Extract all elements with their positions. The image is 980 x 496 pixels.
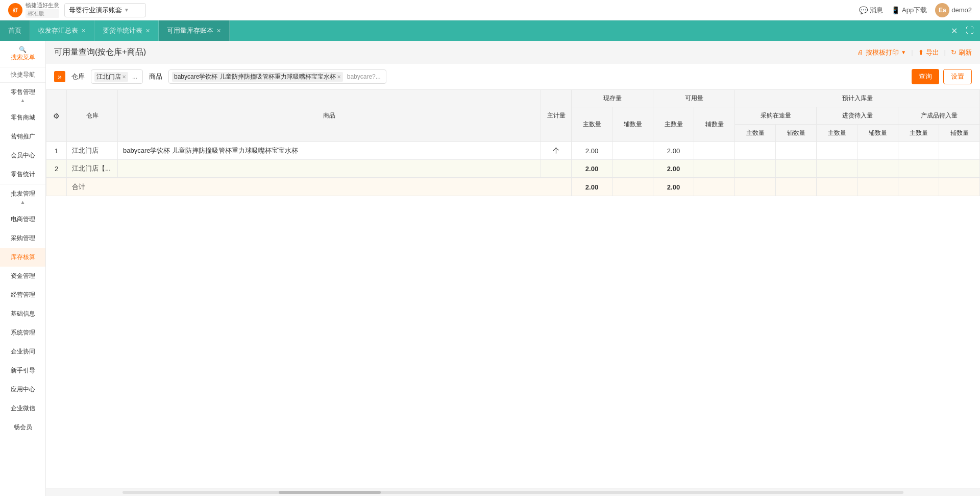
sidebar-item-retail-stats[interactable]: 零售统计 [0, 165, 45, 184]
tab-order-stats-close[interactable]: ✕ [145, 28, 150, 34]
td-footer-label: 合计 [67, 178, 572, 196]
td-footer-available-aux [694, 178, 735, 196]
sidebar-item-inventory[interactable]: 库存核算 [0, 248, 45, 267]
warehouse-label: 仓库 [71, 72, 85, 81]
td-product-subtotal [118, 160, 541, 178]
sidebar-item-newbie[interactable]: 新手引导 [0, 361, 45, 380]
td-product-pending-main-subtotal [898, 160, 939, 178]
sidebar-item-vip[interactable]: 畅会员 [0, 418, 45, 437]
org-name: 母婴行业演示账套 [69, 6, 122, 15]
refresh-btn[interactable]: ↻ 刷新 [951, 48, 972, 57]
data-table: ⚙ 仓库 商品 主计量 现存量 可用量 预计入库量 主数量 辅数量 主数量 辅数… [46, 89, 980, 196]
tab-available-stock-close[interactable]: ✕ [216, 28, 221, 34]
sidebar-system-label: 系统管理 [11, 328, 35, 337]
product-tag-close[interactable]: ✕ [337, 74, 341, 80]
page-header: 可用量查询(按仓库+商品) 🖨 按模板打印 ▼ | ⬆ 导出 | ↻ 刷新 [46, 41, 980, 64]
td-incoming-pending-aux-subtotal [857, 160, 898, 178]
print-btn[interactable]: 🖨 按模板打印 ▼ [857, 48, 906, 57]
nav-close-btn[interactable]: ✕ [949, 24, 960, 38]
th-main-unit: 主计量 [541, 90, 572, 142]
scroll-bar-area [46, 488, 980, 496]
sidebar-item-enterprise[interactable]: 企业协同 [0, 342, 45, 361]
sidebar-item-system[interactable]: 系统管理 [0, 323, 45, 342]
product-dots[interactable]: babycare?... [345, 73, 383, 80]
user-name: demo2 [951, 6, 972, 14]
tab-receive-send-close[interactable]: ✕ [81, 28, 86, 34]
nav-expand-btn[interactable]: ⛶ [964, 24, 976, 37]
td-current-aux-subtotal [612, 160, 653, 178]
refresh-icon: ↻ [951, 49, 957, 56]
content-area: 可用量查询(按仓库+商品) 🖨 按模板打印 ▼ | ⬆ 导出 | ↻ 刷新 [46, 41, 980, 496]
sidebar-item-enterprise-wechat[interactable]: 企业微信 [0, 399, 45, 418]
tab-order-stats[interactable]: 要货单统计表 ✕ [94, 20, 159, 41]
th-purchase-transit-aux: 辅数量 [776, 125, 817, 142]
app-download-icon: 📱 [891, 6, 900, 14]
sidebar-item-batch-mgmt[interactable]: 批发管理 ▲ [0, 184, 45, 210]
product-input[interactable]: babycare学饮杯 儿童防摔防撞吸管杯重力球吸嘴杯宝宝水杯 ✕ babyca… [168, 69, 386, 84]
td-current-main: 2.00 [572, 142, 612, 160]
user-area[interactable]: Ea demo2 [935, 3, 972, 17]
sidebar-search[interactable]: 🔍 搜索菜单 [0, 41, 45, 67]
sidebar-item-retail-mall[interactable]: 零售商城 [0, 108, 45, 127]
tab-receive-send[interactable]: 收发存汇总表 ✕ [30, 20, 94, 41]
org-selector[interactable]: 母婴行业演示账套 ▼ [64, 3, 146, 17]
page-title: 可用量查询(按仓库+商品) [54, 47, 146, 58]
refresh-label: 刷新 [959, 48, 972, 57]
tab-home[interactable]: 首页 [0, 20, 30, 41]
th-forecast-in: 预计入库量 [735, 90, 980, 107]
logo-icon: 好 [8, 3, 22, 17]
warehouse-tag-close[interactable]: ✕ [122, 74, 126, 80]
nav-tabs-right: ✕ ⛶ [949, 24, 980, 38]
sidebar-finance-label: 资金管理 [11, 272, 35, 280]
scroll-thumb[interactable] [279, 491, 381, 494]
filter-buttons: 查询 设置 [912, 69, 972, 84]
message-btn[interactable]: 💬 消息 [859, 6, 883, 15]
chevron-down-icon: ▼ [124, 7, 129, 13]
settings-btn[interactable]: 设置 [943, 69, 972, 84]
sidebar-item-member-center[interactable]: 会员中心 [0, 146, 45, 165]
th-incoming-pending: 进货待入量 [817, 107, 898, 125]
sidebar-enterprise-label: 企业协同 [11, 347, 35, 356]
query-btn[interactable]: 查询 [912, 69, 939, 84]
tab-available-stock[interactable]: 可用量库存账本 ✕ [159, 20, 230, 41]
td-available-aux-subtotal [694, 160, 735, 178]
nav-tabs: 首页 收发存汇总表 ✕ 要货单统计表 ✕ 可用量库存账本 ✕ ✕ ⛶ [0, 20, 980, 41]
th-purchase-transit: 采购在途量 [735, 107, 817, 125]
sidebar-item-finance[interactable]: 资金管理 [0, 267, 45, 286]
tab-receive-send-label: 收发存汇总表 [38, 26, 78, 35]
td-available-aux [694, 142, 735, 160]
sidebar-item-basics[interactable]: 基础信息 [0, 304, 45, 323]
page-actions: 🖨 按模板打印 ▼ | ⬆ 导出 | ↻ 刷新 [857, 48, 972, 57]
top-bar-left: 好 畅捷通好生意 标准版 母婴行业演示账套 ▼ [8, 2, 146, 17]
th-current-aux: 辅数量 [612, 107, 653, 142]
td-warehouse: 江北门店 [67, 142, 118, 160]
export-icon: ⬆ [918, 49, 924, 56]
sidebar-search-label: 搜索菜单 [4, 53, 41, 62]
sidebar-item-retail-mgmt[interactable]: 零售管理 ▲ [0, 83, 45, 108]
export-btn[interactable]: ⬆ 导出 [918, 48, 939, 57]
td-product-pending-main [898, 142, 939, 160]
top-bar-right: 💬 消息 📱 App下载 Ea demo2 [859, 3, 972, 17]
filter-expand-btn[interactable]: » [54, 71, 65, 82]
sidebar-item-operations[interactable]: 经营管理 [0, 286, 45, 304]
th-current-stock: 现存量 [572, 90, 653, 107]
td-current-main-subtotal: 2.00 [572, 160, 612, 178]
td-main-unit-subtotal [541, 160, 572, 178]
sidebar-retail-stats-label: 零售统计 [11, 170, 35, 179]
sidebar-item-purchase[interactable]: 采购管理 [0, 229, 45, 248]
app-download-btn[interactable]: 📱 App下载 [891, 6, 927, 15]
warehouse-input[interactable]: 江北门店 ✕ ... [91, 69, 143, 84]
th-available-aux: 辅数量 [694, 107, 735, 142]
sidebar-quick-nav[interactable]: 快捷导航 [0, 67, 45, 83]
settings-icon[interactable]: ⚙ [53, 112, 60, 120]
sidebar-item-ecommerce[interactable]: 电商管理 [0, 210, 45, 229]
avatar: Ea [935, 3, 949, 17]
th-incoming-pending-main: 主数量 [817, 125, 857, 142]
warehouse-dots[interactable]: ... [130, 73, 139, 80]
table-footer: 合计 2.00 2.00 [46, 178, 980, 196]
sidebar: 🔍 搜索菜单 快捷导航 零售管理 ▲ 零售商城 营销推广 会员中心 零售统计 [0, 41, 46, 496]
scroll-track[interactable] [122, 491, 903, 494]
table-row: 1 江北门店 babycare学饮杯 儿童防摔防撞吸管杯重力球吸嘴杯宝宝水杯 个… [46, 142, 980, 160]
sidebar-item-app-center[interactable]: 应用中心 [0, 380, 45, 399]
sidebar-item-marketing[interactable]: 营销推广 [0, 127, 45, 146]
